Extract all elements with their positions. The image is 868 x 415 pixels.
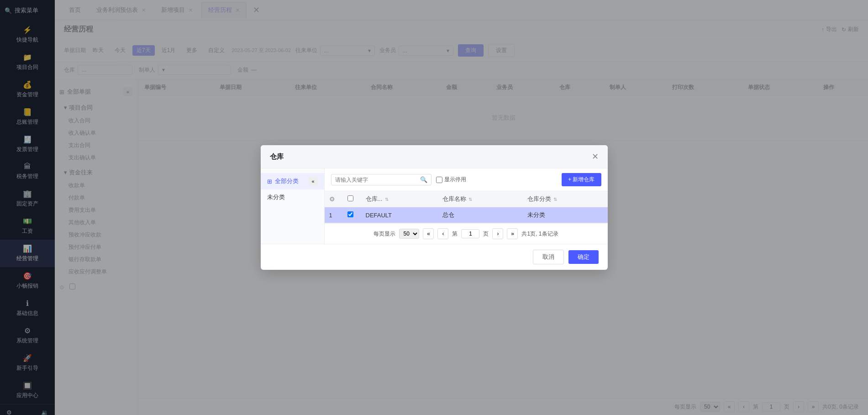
col-code-label: 仓库...	[366, 195, 383, 202]
table-panel: 🔍 显示停用 + 新增仓库	[325, 168, 608, 244]
show-disabled-text: 显示停用	[444, 176, 466, 184]
add-warehouse-button[interactable]: + 新增仓库	[562, 173, 601, 186]
category-all[interactable]: ⊞ 全部分类 «	[261, 173, 324, 189]
row-num: 1	[325, 207, 343, 223]
modal-first-page[interactable]: «	[423, 228, 434, 239]
show-disabled-checkbox[interactable]	[436, 177, 442, 183]
modal-close-button[interactable]: ✕	[592, 152, 599, 162]
page-word: 第	[452, 230, 458, 238]
sort-icon-name: ⇅	[468, 197, 472, 202]
col-warehouse-name: 仓库名称 ⇅	[438, 191, 523, 207]
modal-prev-page[interactable]: ‹	[437, 228, 448, 239]
modal-page-input[interactable]	[461, 229, 479, 238]
modal-table-row[interactable]: 1 DEFAULT 总仓 未分类	[325, 207, 608, 223]
grid-cat-icon: ⊞	[267, 178, 272, 185]
modal-table: ⚙ 仓库... ⇅ 仓库名称	[325, 191, 608, 223]
col-checkbox	[343, 191, 361, 207]
col-warehouse-code: 仓库... ⇅	[361, 191, 438, 207]
sort-icon-code: ⇅	[385, 197, 389, 202]
confirm-button[interactable]: 确定	[568, 250, 599, 264]
category-unclassified[interactable]: 未分类	[261, 189, 324, 205]
modal-last-page[interactable]: »	[507, 228, 518, 239]
category-panel: ⊞ 全部分类 « 未分类	[261, 168, 325, 244]
modal-title: 仓库	[270, 152, 284, 161]
category-all-label: 全部分类	[275, 177, 299, 185]
modal-per-page-select[interactable]: 50	[399, 229, 419, 239]
col-cat-label: 仓库分类	[527, 195, 551, 202]
col-name-label: 仓库名称	[442, 195, 466, 202]
unclassified-label: 未分类	[267, 194, 285, 200]
row-name: 总仓	[438, 207, 523, 223]
warehouse-modal: 仓库 ✕ ⊞ 全部分类 « 未分类	[261, 145, 608, 270]
modal-next-page[interactable]: ›	[492, 228, 503, 239]
modal-table-wrap: ⚙ 仓库... ⇅ 仓库名称	[325, 191, 608, 223]
sort-icon-cat: ⇅	[553, 197, 557, 202]
row-checkbox[interactable]	[347, 211, 353, 217]
row-code: DEFAULT	[361, 207, 438, 223]
modal-pagination: 每页显示 50 « ‹ 第 页 › » 共1页, 1条记录	[325, 223, 608, 244]
search-box[interactable]: 🔍	[331, 174, 431, 185]
modal-header: 仓库 ✕	[261, 145, 608, 168]
add-warehouse-label: + 新增仓库	[568, 176, 594, 184]
search-input[interactable]	[335, 177, 417, 183]
search-icon: 🔍	[420, 176, 427, 183]
modal-total-label: 共1页, 1条记录	[521, 230, 558, 238]
cancel-button[interactable]: 取消	[533, 250, 564, 264]
col-gear: ⚙	[325, 191, 343, 207]
category-collapse-btn[interactable]: «	[309, 177, 318, 186]
modal-page-label: 页	[483, 230, 489, 238]
show-disabled-label: 显示停用	[436, 176, 466, 184]
select-all-modal[interactable]	[347, 195, 353, 201]
modal-footer: 取消 确定	[261, 244, 608, 270]
row-checkbox-cell[interactable]	[343, 207, 361, 223]
modal-per-page-label: 每页显示	[374, 230, 395, 238]
col-warehouse-category: 仓库分类 ⇅	[523, 191, 608, 207]
modal-overlay: 仓库 ✕ ⊞ 全部分类 « 未分类	[0, 0, 868, 415]
modal-body: ⊞ 全部分类 « 未分类 🔍 显示停用	[261, 168, 608, 244]
modal-toolbar: 🔍 显示停用 + 新增仓库	[325, 168, 608, 191]
table-gear-btn[interactable]: ⚙	[329, 195, 335, 203]
row-category: 未分类	[523, 207, 608, 223]
